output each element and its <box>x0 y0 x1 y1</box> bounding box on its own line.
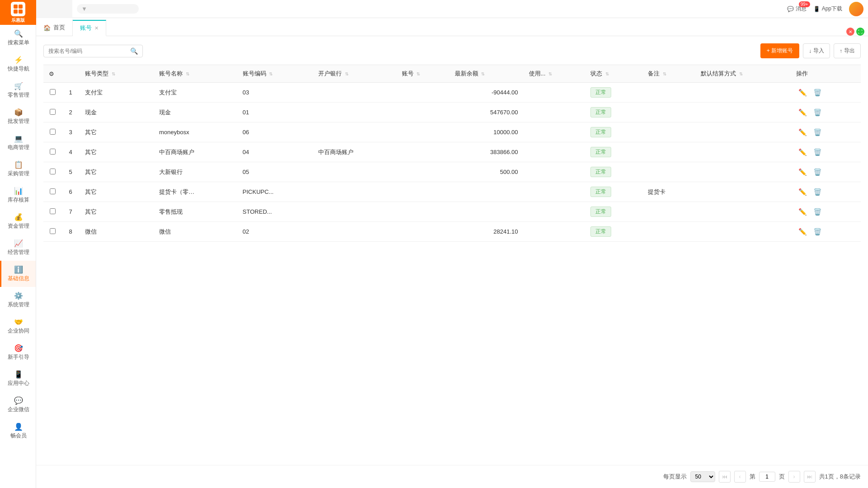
message-button[interactable]: 💬 消息 99+ <box>787 5 807 13</box>
system-icon: ⚙️ <box>14 291 23 300</box>
col-default-settle[interactable]: 默认结算方式 ⇅ <box>695 65 791 83</box>
col-account-no[interactable]: 账号 ⇅ <box>396 65 449 83</box>
cell-usage-3 <box>524 142 585 162</box>
delete-btn-3[interactable]: 🗑️ <box>811 147 824 157</box>
topbar-search-box[interactable]: ▼ <box>77 4 139 14</box>
sidebar-item-purchase[interactable]: 📋 采购管理 <box>0 156 36 182</box>
cell-bank-1 <box>313 103 396 122</box>
window-max-btn[interactable]: ⛶ <box>856 28 864 36</box>
delete-btn-4[interactable]: 🗑️ <box>811 167 824 177</box>
sidebar-item-basic-info[interactable]: ℹ️ 基础信息 <box>0 261 36 287</box>
cell-checkbox[interactable] <box>43 103 61 122</box>
col-bank[interactable]: 开户银行 ⇅ <box>313 65 396 83</box>
table-search-input[interactable] <box>48 48 130 54</box>
page-first-btn[interactable]: ⏮ <box>719 471 731 483</box>
sidebar-item-inventory[interactable]: 📊 库存核算 <box>0 182 36 208</box>
delete-btn-0[interactable]: 🗑️ <box>811 88 824 98</box>
cell-checkbox[interactable] <box>43 162 61 182</box>
page-size-select[interactable]: 50 100 <box>690 471 715 482</box>
edit-btn-7[interactable]: ✏️ <box>796 227 809 237</box>
tab-account-close[interactable]: ✕ <box>94 25 99 31</box>
add-account-button[interactable]: + 新增账号 <box>760 43 799 58</box>
app-download-button[interactable]: 📱 App下载 <box>813 5 842 13</box>
user-avatar[interactable] <box>849 2 863 16</box>
edit-btn-5[interactable]: ✏️ <box>796 187 809 197</box>
sidebar-item-wechat[interactable]: 💬 企业微信 <box>0 392 36 418</box>
sidebar-item-wholesale[interactable]: 📦 批发管理 <box>0 103 36 130</box>
delete-btn-6[interactable]: 🗑️ <box>811 207 824 217</box>
cell-status-5: 正常 <box>585 182 642 202</box>
delete-btn-5[interactable]: 🗑️ <box>811 187 824 197</box>
cell-remark-0 <box>642 83 695 103</box>
cell-settle-7 <box>695 222 791 242</box>
row-checkbox-1[interactable] <box>50 109 56 115</box>
cell-actions-1: ✏️ 🗑️ <box>791 103 861 122</box>
sidebar-item-operations[interactable]: 📈 经营管理 <box>0 235 36 261</box>
delete-btn-1[interactable]: 🗑️ <box>811 108 824 117</box>
row-checkbox-4[interactable] <box>50 169 56 174</box>
sidebar-item-members[interactable]: 👤 畅会员 <box>0 418 36 444</box>
page-next-btn[interactable]: › <box>788 471 800 483</box>
col-account-code[interactable]: 账号编码 ⇅ <box>237 65 313 83</box>
edit-btn-0[interactable]: ✏️ <box>796 88 809 98</box>
sidebar-item-guide[interactable]: 🎯 新手引导 <box>0 339 36 366</box>
cell-name-2: moneybosx <box>154 122 237 142</box>
cell-checkbox[interactable] <box>43 182 61 202</box>
cell-settle-2 <box>695 122 791 142</box>
row-checkbox-5[interactable] <box>50 188 56 194</box>
sidebar-item-shortcut[interactable]: ⚡ 快捷导航 <box>0 51 36 77</box>
window-close-btn[interactable]: ✕ <box>846 28 854 36</box>
page-prev-btn[interactable]: ‹ <box>734 471 746 483</box>
cell-account-1 <box>396 103 449 122</box>
row-checkbox-6[interactable] <box>50 208 56 214</box>
cell-settle-6 <box>695 202 791 222</box>
tab-home[interactable]: 🏠 首页 <box>36 19 73 36</box>
col-remark[interactable]: 备注 ⇅ <box>642 65 695 83</box>
sidebar-item-collab-label: 企业协同 <box>8 327 29 335</box>
topbar: ▼ 💬 消息 99+ 📱 App下载 <box>72 0 868 18</box>
cell-checkbox[interactable] <box>43 122 61 142</box>
import-button[interactable]: ↓ 导入 <box>803 43 830 58</box>
col-account-type[interactable]: 账号类型 ⇅ <box>80 65 154 83</box>
export-button[interactable]: ↑ 导出 <box>834 43 861 58</box>
sidebar-item-collab[interactable]: 🤝 企业协同 <box>0 313 36 339</box>
sidebar-item-search[interactable]: 🔍 搜索菜单 <box>0 25 36 51</box>
page-number-input[interactable] <box>759 472 775 482</box>
sidebar-item-app-center[interactable]: 📱 应用中心 <box>0 366 36 392</box>
row-checkbox-2[interactable] <box>50 129 56 135</box>
edit-btn-2[interactable]: ✏️ <box>796 127 809 137</box>
tab-account[interactable]: 账号 ✕ <box>73 20 106 36</box>
cell-checkbox[interactable] <box>43 202 61 222</box>
edit-btn-3[interactable]: ✏️ <box>796 147 809 157</box>
table-search-box[interactable]: 🔍 <box>43 45 143 57</box>
cell-bank-0 <box>313 83 396 103</box>
col-status[interactable]: 状态 ⇅ <box>585 65 642 83</box>
row-checkbox-7[interactable] <box>50 228 56 234</box>
edit-btn-6[interactable]: ✏️ <box>796 207 809 217</box>
delete-btn-2[interactable]: 🗑️ <box>811 127 824 137</box>
cell-settle-0 <box>695 83 791 103</box>
page-last-btn[interactable]: ⏭ <box>804 471 816 483</box>
sidebar-item-finance[interactable]: 💰 资金管理 <box>0 208 36 235</box>
row-checkbox-3[interactable] <box>50 149 56 155</box>
edit-btn-1[interactable]: ✏️ <box>796 108 809 117</box>
topbar-search-input[interactable] <box>89 6 134 12</box>
cell-checkbox[interactable] <box>43 83 61 103</box>
cell-account-5 <box>396 182 449 202</box>
svg-rect-1 <box>19 5 23 9</box>
col-usage[interactable]: 使用... ⇅ <box>524 65 585 83</box>
delete-btn-7[interactable]: 🗑️ <box>811 227 824 237</box>
cell-balance-4: 500.00 <box>449 162 524 182</box>
col-balance[interactable]: 最新余额 ⇅ <box>449 65 524 83</box>
sidebar-item-ecommerce[interactable]: 💻 电商管理 <box>0 130 36 156</box>
sidebar-item-system[interactable]: ⚙️ 系统管理 <box>0 287 36 313</box>
cell-type-3: 其它 <box>80 142 154 162</box>
cell-checkbox[interactable] <box>43 142 61 162</box>
edit-btn-4[interactable]: ✏️ <box>796 167 809 177</box>
sidebar-item-retail[interactable]: 🛒 零售管理 <box>0 77 36 103</box>
col-settings[interactable]: ⚙ <box>43 65 61 83</box>
col-account-name[interactable]: 账号名称 ⇅ <box>154 65 237 83</box>
row-checkbox-0[interactable] <box>50 89 56 95</box>
accounts-table: ⚙ 账号类型 ⇅ 账号名称 ⇅ 账号编码 ⇅ 开户银行 <box>43 65 861 242</box>
cell-checkbox[interactable] <box>43 222 61 242</box>
